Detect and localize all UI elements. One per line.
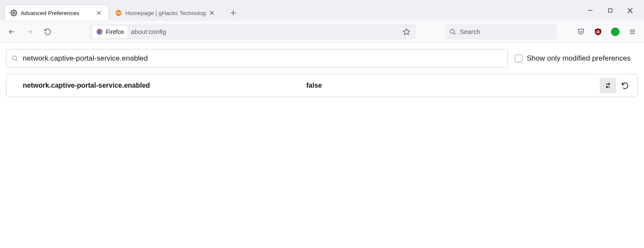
identity-box[interactable]: Firefox [93,26,128,38]
tab-title: Homepage | gHacks Technolog [125,10,206,16]
reload-button[interactable] [40,24,55,39]
about-config-content: Show only modified preferences network.c… [0,43,644,103]
svg-rect-2 [608,9,612,12]
reset-preference-button[interactable] [617,78,633,93]
preference-table: network.captive-portal-service.enabled f… [6,74,638,97]
window-controls [580,0,641,21]
gear-icon [10,9,17,16]
show-modified-label-text: Show only modified preferences [527,54,631,63]
url-bar[interactable]: Firefox about:config [89,24,416,40]
svg-marker-4 [403,28,410,34]
search-bar[interactable]: Search [445,24,557,40]
close-window-button[interactable] [620,1,640,20]
app-menu-button[interactable] [625,24,640,39]
search-placeholder: Search [460,28,480,35]
show-modified-checkbox[interactable] [515,55,522,62]
tab-ghacks-homepage[interactable]: Homepage | gHacks Technolog [110,5,221,21]
preference-row[interactable]: network.captive-portal-service.enabled f… [6,74,638,97]
navigation-toolbar: Firefox about:config Search [0,21,644,43]
extension-ublock-button[interactable] [591,24,605,39]
preference-value: false [306,82,600,89]
new-tab-button[interactable] [226,6,240,20]
tab-bar: Advanced Preferences Homepage | gHacks T… [0,0,644,21]
bookmark-star-button[interactable] [400,26,412,38]
site-favicon-icon [115,9,122,16]
forward-button[interactable] [22,24,37,39]
svg-point-8 [12,56,16,60]
back-button[interactable] [4,24,19,39]
tab-advanced-preferences[interactable]: Advanced Preferences [5,5,108,21]
config-search-box[interactable] [6,49,508,68]
profile-button[interactable] [608,24,623,39]
svg-point-5 [450,29,454,33]
tab-title: Advanced Preferences [21,10,93,16]
profile-avatar-icon [611,28,620,36]
svg-point-7 [597,31,599,33]
search-icon [449,28,456,35]
identity-label: Firefox [106,28,124,35]
show-modified-checkbox-label[interactable]: Show only modified preferences [515,54,631,63]
pocket-button[interactable] [574,24,588,39]
preference-name: network.captive-portal-service.enabled [23,82,306,89]
config-search-input[interactable] [23,54,502,63]
maximize-button[interactable] [600,1,620,20]
search-icon [12,55,18,62]
url-text: about:config [131,28,400,35]
firefox-icon [96,28,103,35]
toggle-preference-button[interactable] [600,78,616,93]
svg-point-0 [13,12,15,14]
tab-close-button[interactable] [95,9,103,17]
minimize-button[interactable] [580,1,600,20]
tab-close-button[interactable] [208,9,216,17]
